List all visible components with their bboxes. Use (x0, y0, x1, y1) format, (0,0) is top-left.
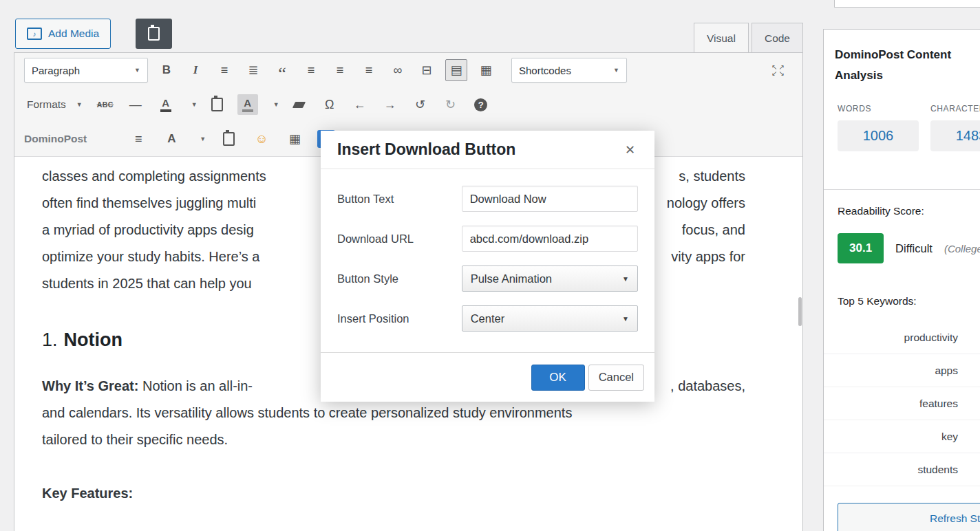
copy-content-button[interactable] (218, 129, 239, 149)
paste-as-text-button[interactable] (207, 94, 228, 115)
background-color-caret-icon[interactable]: ▼ (273, 101, 279, 108)
words-stat: WORDS 1006 (838, 104, 930, 151)
readability-note: (College) (944, 243, 980, 254)
characters-stat: CHARACTERS 1483 (930, 104, 980, 151)
insert-position-value: Center (471, 312, 505, 325)
text-color-button[interactable]: A (156, 94, 176, 115)
bullet-list-button[interactable]: ≡ (214, 60, 235, 80)
divider (824, 189, 980, 190)
modal-title: Insert Download Button (337, 140, 622, 159)
chevron-down-icon: ▼ (76, 101, 83, 108)
chevron-down-icon: ▼ (613, 67, 619, 74)
button-text-input[interactable] (462, 186, 638, 212)
form-row: Button Style Pulse Animation ▼ (337, 266, 638, 292)
shortcodes-select-value: Shortcodes (519, 65, 571, 76)
insert-position-select[interactable]: Center ▼ (462, 305, 638, 332)
words-value: 1006 (838, 120, 919, 151)
refresh-stats-button[interactable]: Refresh Stats (838, 503, 980, 531)
undo-button[interactable]: ↺ (410, 94, 431, 115)
keywords-title: Top 5 Keywords: (838, 295, 917, 307)
readability-score-badge: 30.1 (838, 233, 884, 263)
numbered-list-button[interactable]: ≣ (243, 60, 264, 80)
insert-position-label: Insert Position (337, 312, 462, 325)
content-analysis-panel: DominoPost Content Analysis WORDS 1006 C… (823, 29, 980, 531)
paragraph-line: tailored to their specific needs. (42, 426, 774, 453)
modal-body: Button Text Download URL Button Style Pu… (321, 169, 654, 332)
wordpress-editor-screen: ♪ Add Media Visual Code Paragraph ▼ B I … (0, 0, 980, 531)
table-grid-button[interactable]: ▦ (284, 129, 305, 149)
paragraph-format-select[interactable]: Paragraph ▼ (24, 58, 148, 83)
cancel-button[interactable]: Cancel (588, 365, 644, 391)
clear-formatting-button[interactable] (289, 94, 310, 115)
indent-button[interactable]: → (380, 94, 401, 115)
toolbar-row-1: Paragraph ▼ B I ≡ ≣ “ ≡ ≡ ≡ ∞ ⊟ ▤ ▦ Shor… (14, 53, 802, 87)
eraser-icon (292, 102, 306, 108)
align-center-button[interactable]: ≡ (330, 60, 350, 80)
formats-dropdown[interactable]: Formats ▼ (24, 98, 85, 111)
close-icon[interactable]: ✕ (622, 140, 638, 160)
italic-button[interactable]: I (185, 60, 206, 80)
button-style-label: Button Style (337, 272, 462, 285)
emoji-button[interactable]: ☺ (251, 129, 272, 149)
keyword-row: apps (824, 354, 980, 387)
background-color-button[interactable]: A (237, 94, 258, 115)
download-url-input[interactable] (462, 226, 638, 252)
font-settings-caret-icon[interactable]: ▼ (200, 136, 206, 142)
key-features-heading: Key Features: (42, 480, 774, 507)
form-row: Insert Position Center ▼ (337, 305, 638, 332)
help-icon: ? (474, 98, 487, 111)
background-color-icon: A (242, 98, 253, 112)
keyword-row: key (824, 420, 980, 453)
text-color-caret-icon[interactable]: ▼ (191, 101, 198, 108)
ok-button[interactable]: OK (531, 365, 585, 391)
keywords-list: productivity apps features key students (824, 321, 980, 486)
characters-label: CHARACTERS (930, 104, 980, 113)
chevron-down-icon: ▼ (622, 275, 629, 283)
shortcodes-select[interactable]: Shortcodes ▼ (511, 58, 627, 83)
chevron-down-icon: ▼ (134, 67, 140, 74)
redo-button[interactable]: ↻ (440, 94, 461, 115)
panel-title: DominoPost Content Analysis (835, 45, 980, 86)
chevron-down-icon: ▼ (622, 315, 629, 323)
toolbar-row-2: Formats ▼ ABC — A ▼ A ▼ (14, 87, 802, 122)
readability-level: Difficult (895, 242, 933, 255)
tab-code[interactable]: Code (752, 23, 803, 53)
editor-scrollbar[interactable] (798, 297, 802, 326)
horizontal-rule-button[interactable]: — (125, 94, 146, 115)
form-row: Download URL (337, 226, 638, 252)
button-style-select[interactable]: Pulse Animation ▼ (462, 266, 638, 292)
outdent-button[interactable]: ← (350, 94, 370, 115)
toolbar-toggle-button[interactable]: ▤ (445, 59, 467, 81)
stats-row: WORDS 1006 CHARACTERS 1483 (838, 104, 980, 151)
readability-row: 30.1 Difficult (College) (838, 233, 980, 263)
link-button[interactable]: ∞ (387, 60, 408, 80)
special-character-button[interactable]: Ω (319, 94, 340, 115)
toc-list-button[interactable]: ≡ (128, 129, 149, 149)
clipboard-icon (223, 132, 235, 146)
table-button[interactable]: ▦ (476, 60, 496, 80)
tab-visual[interactable]: Visual (694, 23, 749, 53)
keyword-row: productivity (824, 321, 980, 354)
align-left-button[interactable]: ≡ (301, 60, 321, 80)
download-url-label: Download URL (337, 232, 462, 246)
help-button[interactable]: ? (471, 94, 491, 115)
characters-value: 1483 (930, 120, 980, 151)
button-text-label: Button Text (337, 193, 462, 206)
panel-above-cut (834, 0, 980, 8)
bold-button[interactable]: B (156, 60, 177, 80)
insert-download-button-modal: Insert Download Button ✕ Button Text Dow… (321, 131, 654, 402)
words-label: WORDS (838, 104, 930, 113)
align-right-button[interactable]: ≡ (359, 60, 379, 80)
read-more-tag-button[interactable]: ⊟ (416, 60, 437, 80)
modal-header: Insert Download Button ✕ (321, 131, 654, 169)
button-style-value: Pulse Animation (471, 272, 552, 285)
blockquote-button[interactable]: “ (272, 56, 292, 84)
keyword-row: students (824, 453, 980, 486)
text-color-icon: A (160, 98, 171, 112)
font-settings-button[interactable]: A (161, 129, 182, 149)
fullscreen-icon: ↙↘ (771, 70, 786, 76)
modal-footer: OK Cancel (321, 352, 654, 402)
fullscreen-button[interactable]: ↖↗ ↙↘ (771, 64, 786, 76)
paragraph-line: and calendars. Its versatility allows st… (42, 400, 774, 426)
strikethrough-button[interactable]: ABC (97, 100, 114, 109)
